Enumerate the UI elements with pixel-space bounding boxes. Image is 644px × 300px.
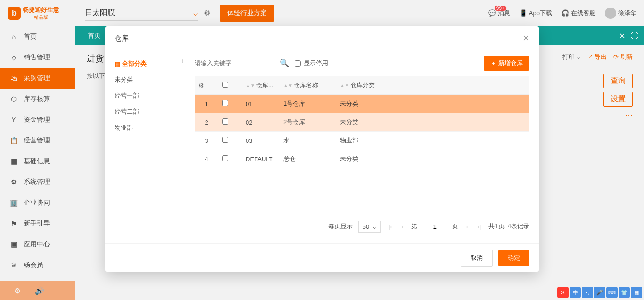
next-page-icon[interactable]: › (464, 223, 470, 230)
warehouse-modal: 仓库 ✕ ▦全部分类 未分类 经营一部 经营二部 物业部 《 🔍 (105, 26, 539, 272)
row-checkbox[interactable] (222, 137, 228, 143)
category-dept1[interactable]: 经营一部 (105, 88, 185, 104)
per-page-label: 每页显示 (328, 222, 353, 231)
table-row[interactable]: 4DEFAULT总仓未分类 (195, 150, 529, 168)
category-uncat[interactable]: 未分类 (105, 72, 185, 88)
add-warehouse-button[interactable]: ＋新增仓库 (484, 56, 529, 71)
search-input[interactable] (195, 59, 280, 67)
modal-title: 仓库 (115, 34, 129, 43)
show-disabled-toggle[interactable]: 显示停用 (295, 59, 328, 67)
ime-grid-icon[interactable]: ▦ (631, 287, 642, 298)
ime-skin-icon[interactable]: 👕 (619, 287, 630, 298)
table-row[interactable]: 1011号仓库未分类 (195, 95, 529, 113)
show-disabled-checkbox[interactable] (295, 60, 301, 67)
category-all[interactable]: ▦全部分类 (105, 56, 185, 72)
ok-button[interactable]: 确定 (498, 250, 529, 266)
ime-punct-icon[interactable]: •, (582, 287, 593, 298)
row-checkbox[interactable] (222, 118, 228, 125)
col-category[interactable]: ▲▼仓库分类 (336, 76, 529, 95)
search-icon[interactable]: 🔍 (280, 58, 289, 67)
ime-toolbar: S 中 •, 🎤 ⌨ 👕 ▦ (557, 287, 642, 298)
grid-icon: ▦ (115, 60, 120, 67)
category-property[interactable]: 物业部 (105, 120, 185, 136)
ime-mic-icon[interactable]: 🎤 (594, 287, 605, 298)
col-code[interactable]: ▲▼仓库... (242, 76, 280, 95)
modal-backdrop: 仓库 ✕ ▦全部分类 未分类 经营一部 经营二部 物业部 《 🔍 (0, 0, 644, 300)
plus-icon: ＋ (490, 59, 496, 67)
col-name[interactable]: ▲▼仓库名称 (280, 76, 336, 95)
modal-close-icon[interactable]: ✕ (522, 33, 529, 43)
prev-page-icon[interactable]: ‹ (400, 223, 405, 230)
warehouse-table: ⚙ ▲▼仓库... ▲▼仓库名称 ▲▼仓库分类 1011号仓库未分类2022号仓… (195, 76, 529, 168)
row-checkbox[interactable] (222, 155, 228, 161)
category-sidebar: ▦全部分类 未分类 经营一部 经营二部 物业部 《 (105, 50, 185, 243)
table-row[interactable]: 2022号仓库未分类 (195, 113, 529, 132)
last-page-icon[interactable]: ›| (476, 223, 483, 230)
page-number-input[interactable] (423, 220, 446, 233)
table-settings-icon[interactable]: ⚙ (198, 82, 204, 89)
cancel-button[interactable]: 取消 (461, 250, 493, 267)
chevron-down-icon: ⌵ (373, 223, 377, 230)
collapse-sidebar-icon[interactable]: 《 (178, 56, 185, 67)
ime-keyboard-icon[interactable]: ⌨ (606, 287, 618, 298)
category-dept2[interactable]: 经营二部 (105, 104, 185, 120)
row-checkbox[interactable] (222, 100, 228, 106)
select-all-checkbox[interactable] (222, 82, 228, 88)
first-page-icon[interactable]: |‹ (387, 223, 394, 230)
ime-zh-icon[interactable]: 中 (570, 287, 581, 298)
ime-s-icon[interactable]: S (557, 287, 569, 298)
page-size-select[interactable]: 50⌵ (358, 221, 381, 233)
table-row[interactable]: 303水物业部 (195, 132, 529, 150)
page-summary: 共1页, 4条记录 (488, 222, 529, 231)
